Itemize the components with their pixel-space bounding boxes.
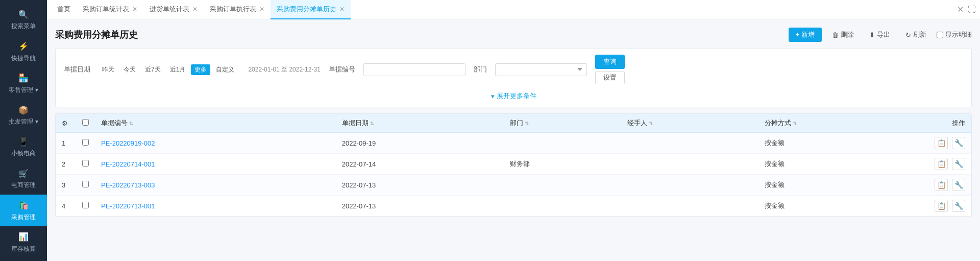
tab-purchase-order-stats[interactable]: 采购订单统计表✕ (77, 0, 143, 19)
date-shortcuts: 昨天 今天 近7天 近1月 更多 自定义 (99, 64, 238, 75)
th-split-method: 分摊方式 ⇅ (758, 114, 920, 133)
settings-button[interactable]: 设置 (595, 71, 625, 84)
shortcut-yesterday[interactable]: 昨天 (99, 64, 118, 75)
sidebar-item-finance[interactable]: 💰资金管理 (0, 258, 47, 262)
wholesale-icon: 📦 (2, 105, 45, 116)
cell-settings-1: 2 (56, 154, 76, 175)
ecommerce-icon: 🛒 (2, 168, 45, 179)
retail-icon: 🏪 (2, 73, 45, 84)
cell-checkbox-0 (76, 133, 95, 154)
table-row: 3 PE-20220713-003 2022-07-13 按金额 📋 🔧 (56, 175, 971, 196)
sidebar-item-ecommerce[interactable]: 🛒电商管理 (0, 163, 47, 195)
row-view-btn-3[interactable]: 📋 (935, 200, 948, 212)
tab-home[interactable]: 首页 (51, 0, 77, 19)
tab-close-purchase-order-stats[interactable]: ✕ (132, 6, 137, 13)
export-button[interactable]: ⬇ 导出 (864, 28, 895, 42)
row-checkbox-3[interactable] (82, 202, 89, 208)
table-body: 1 PE-20220919-002 2022-09-19 按金额 📋 🔧 2 (56, 133, 971, 217)
maximize-window-icon[interactable]: ⛶ (968, 5, 976, 14)
refresh-button[interactable]: ↻ 刷新 (900, 28, 932, 42)
sort-date-icon: ⇅ (370, 121, 374, 126)
cell-settings-0: 1 (56, 133, 76, 154)
sidebar-item-wholesale[interactable]: 📦批发管理 ▾ (0, 100, 47, 131)
show-columns-checkbox[interactable] (937, 32, 943, 38)
row-view-btn-0[interactable]: 📋 (935, 137, 948, 149)
expand-more-conditions[interactable]: ▾ 展开更多条件 (491, 91, 536, 101)
tab-inbound-stats[interactable]: 进货单统计表✕ (143, 0, 204, 19)
row-checkbox-2[interactable] (82, 181, 89, 187)
tab-close-purchase-order-exec[interactable]: ✕ (259, 6, 264, 13)
query-button[interactable]: 查询 (595, 55, 625, 69)
order-no-input[interactable] (363, 63, 465, 76)
sidebar-item-purchase[interactable]: 🛍️采购管理 (0, 195, 47, 226)
cell-date-3: 2022-07-13 (336, 196, 504, 217)
data-table-container: ⚙ 单据编号 ⇅ 单据日期 (55, 113, 972, 217)
sort-icon: ⇅ (129, 121, 133, 126)
sidebar-item-miniapp[interactable]: 📱小畅电商 (0, 131, 47, 163)
cell-date-1: 2022-07-14 (336, 154, 504, 175)
close-window-icon[interactable]: ✕ (957, 5, 964, 14)
cell-dept-0 (504, 133, 621, 154)
table-row: 1 PE-20220919-002 2022-09-19 按金额 📋 🔧 (56, 133, 971, 154)
add-button[interactable]: + 新增 (789, 28, 822, 42)
header-actions: + 新增 🗑 删除 ⬇ 导出 ↻ 刷新 显示明细 (789, 28, 972, 42)
cell-date-0: 2022-09-19 (336, 133, 504, 154)
row-edit-btn-3[interactable]: 🔧 (952, 200, 965, 212)
row-edit-btn-1[interactable]: 🔧 (952, 158, 965, 170)
date-filter-label: 单据日期 (64, 65, 90, 74)
sidebar-item-search[interactable]: 🔍搜索菜单 (0, 4, 47, 36)
table-row: 2 PE-20220714-001 2022-07-14 财务部 按金额 📋 🔧 (56, 154, 971, 175)
sort-order-date[interactable]: 单据日期 ⇅ (342, 118, 498, 128)
tab-close-purchase-cost-history[interactable]: ✕ (339, 6, 345, 13)
purchase-cost-history-table: ⚙ 单据编号 ⇅ 单据日期 (56, 114, 971, 217)
th-handler: 经手人 ⇅ (621, 114, 758, 133)
cell-order-no-0: PE-20220919-002 (95, 133, 336, 154)
tab-purchase-order-exec[interactable]: 采购订单执行表✕ (204, 0, 271, 19)
cell-actions-0: 📋 🔧 (920, 133, 971, 154)
row-view-btn-1[interactable]: 📋 (935, 158, 948, 170)
sort-split-method[interactable]: 分摊方式 ⇅ (765, 118, 914, 128)
quicknav-icon: ⚡ (2, 41, 45, 52)
shortcut-today[interactable]: 今天 (120, 64, 139, 75)
shortcut-custom[interactable]: 自定义 (212, 64, 238, 75)
order-no-link-3[interactable]: PE-20220713-001 (101, 202, 155, 210)
sort-order-no[interactable]: 单据编号 ⇅ (101, 118, 330, 128)
cell-order-no-2: PE-20220713-003 (95, 175, 336, 196)
row-edit-btn-0[interactable]: 🔧 (952, 137, 965, 149)
show-columns-toggle[interactable]: 显示明细 (937, 30, 972, 39)
sort-handler[interactable]: 经手人 ⇅ (627, 118, 752, 128)
tab-window-actions: ✕ ⛶ (957, 5, 976, 14)
cell-handler-3 (621, 196, 758, 217)
select-all-checkbox[interactable] (82, 119, 89, 126)
tab-purchase-cost-history[interactable]: 采购费用分摊单历史✕ (271, 0, 351, 19)
delete-button[interactable]: 🗑 删除 (827, 28, 859, 42)
chevron-down-icon: ▾ (491, 92, 495, 100)
export-icon: ⬇ (869, 31, 875, 39)
dept-select[interactable]: 财务部 (495, 63, 587, 76)
tab-close-inbound-stats[interactable]: ✕ (192, 6, 198, 13)
row-edit-btn-2[interactable]: 🔧 (952, 179, 965, 191)
th-checkbox (76, 114, 95, 133)
main-content: 首页采购订单统计表✕进货单统计表✕采购订单执行表✕采购费用分摊单历史✕ ✕ ⛶ … (47, 0, 980, 261)
shortcut-more[interactable]: 更多 (191, 64, 210, 75)
row-view-btn-2[interactable]: 📋 (935, 179, 948, 191)
sidebar-item-inventory[interactable]: 📊库存核算 (0, 226, 47, 258)
th-settings[interactable]: ⚙ (56, 114, 76, 133)
order-no-link-2[interactable]: PE-20220713-003 (101, 181, 155, 189)
th-dept: 部门 ⇅ (504, 114, 621, 133)
cell-order-no-3: PE-20220713-001 (95, 196, 336, 217)
order-no-link-0[interactable]: PE-20220919-002 (101, 139, 155, 147)
table-row: 4 PE-20220713-001 2022-07-13 按金额 📋 🔧 (56, 196, 971, 217)
page-header: 采购费用分摊单历史 + 新增 🗑 删除 ⬇ 导出 ↻ 刷新 显示明细 (55, 28, 972, 42)
sort-dept[interactable]: 部门 ⇅ (510, 118, 615, 128)
sidebar-item-quicknav[interactable]: ⚡快捷导航 (0, 36, 47, 67)
row-checkbox-1[interactable] (82, 160, 89, 167)
refresh-icon: ↻ (905, 31, 911, 39)
sidebar: 🔍搜索菜单⚡快捷导航🏪零售管理 ▾📦批发管理 ▾📱小畅电商🛒电商管理🛍️采购管理… (0, 0, 47, 261)
order-no-link-1[interactable]: PE-20220714-001 (101, 160, 155, 168)
cell-handler-1 (621, 154, 758, 175)
shortcut-7days[interactable]: 近7天 (141, 64, 164, 75)
shortcut-1month[interactable]: 近1月 (166, 64, 189, 75)
row-checkbox-0[interactable] (82, 139, 89, 146)
sidebar-item-retail[interactable]: 🏪零售管理 ▾ (0, 67, 47, 99)
